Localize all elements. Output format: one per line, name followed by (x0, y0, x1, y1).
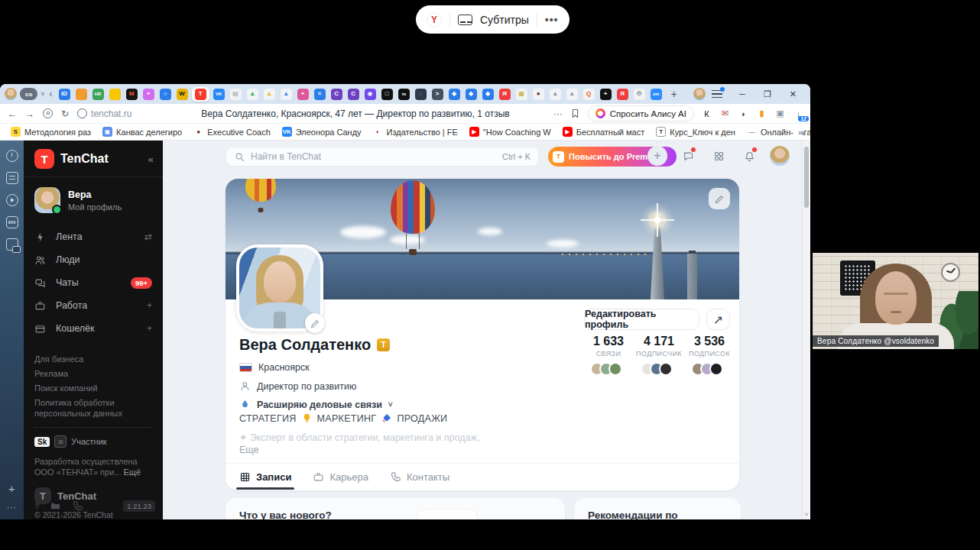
browser-tab-vk[interactable]: VK (212, 88, 226, 101)
panel-more-icon[interactable]: ··· (7, 504, 17, 512)
browser-tab-tenchat[interactable]: T (192, 87, 209, 102)
stat-column[interactable]: 1 633связи (583, 335, 634, 376)
close-button[interactable]: ✕ (790, 89, 797, 99)
browser-tab-diamond[interactable]: ◆ (481, 88, 495, 101)
browser-tab-tk[interactable]: тк (397, 88, 411, 101)
screenshot-icon[interactable] (6, 238, 18, 251)
browser-tab-yandex2[interactable]: Я (615, 88, 630, 101)
bookmark-icon[interactable] (570, 108, 581, 119)
sidebar-item-wallet[interactable]: Кошелёк+ (24, 317, 163, 340)
minimize-button[interactable]: ─ (739, 89, 745, 99)
battery-extension-icon[interactable]: ▮ (756, 108, 767, 118)
browser-tab-m[interactable]: M (125, 88, 139, 101)
sidebar-item-action-icon[interactable]: + (147, 323, 152, 334)
bookmark-item[interactable]: ТКурс_Ключ к ден (656, 127, 735, 137)
scrollbar-thumb[interactable] (804, 147, 809, 208)
sidebar-item-action-icon[interactable]: + (147, 300, 152, 311)
browser-tab-diamond[interactable]: ◆ (464, 88, 479, 101)
k-extension-icon[interactable]: К (701, 109, 712, 118)
browser-tab-settings[interactable]: ⚙ (632, 88, 647, 101)
feed-icon[interactable] (6, 172, 18, 184)
browser-tab-dashed[interactable]: ◌ (414, 88, 428, 101)
sidebar-footer-link[interactable]: Политика обработки персональных данных (34, 397, 152, 419)
browser-tab-search[interactable]: Q (582, 88, 596, 101)
bookmarks-overflow-icon[interactable]: » (793, 128, 803, 137)
tenchat-brand[interactable]: TenChat (60, 152, 109, 166)
url-chip[interactable]: tenchat.ru (77, 108, 131, 119)
sidebar-item-people[interactable]: Люди (24, 248, 163, 271)
new-tab-button[interactable]: + (671, 88, 677, 100)
browser-tab-ship[interactable]: ▲ (548, 88, 563, 101)
browser-tab-plusdark[interactable]: + (599, 88, 613, 101)
phone-icon[interactable] (72, 500, 83, 512)
tenchat-logo-icon[interactable]: T (34, 149, 54, 169)
bio-more-link[interactable]: Еще (239, 445, 258, 455)
yandex-home-icon[interactable]: Я (43, 108, 53, 118)
browser-tab-w[interactable]: W (175, 88, 190, 101)
sidebar-item-work[interactable]: Работа+ (24, 294, 163, 317)
browser-tab-plus2[interactable]: + (296, 88, 310, 101)
halfmoon-extension-icon[interactable]: ◗ (738, 109, 749, 118)
reload-icon[interactable]: ↻ (61, 108, 69, 119)
bookmark-item[interactable]: ▶"How Coaching W (469, 127, 551, 137)
url-text[interactable]: tenchat.ru (91, 108, 131, 119)
tab-career[interactable]: Карьера (313, 471, 368, 483)
browser-tab-doc[interactable]: ▤ (229, 88, 243, 101)
more-icon[interactable]: ··· (553, 108, 563, 119)
more-options-icon[interactable]: ••• (545, 14, 559, 26)
browser-tab-blacksq[interactable]: □ (380, 88, 394, 101)
tab-group-pill[interactable]: co (20, 88, 37, 100)
maximize-button[interactable]: ❐ (764, 89, 771, 99)
stat-column[interactable]: 4 171подписчик (634, 335, 684, 376)
browser-tab-wave[interactable]: ≈ (313, 88, 327, 101)
edit-profile-button[interactable]: Редактировать профиль (584, 309, 699, 330)
ask-alice-button[interactable]: Спросить Алису AI (588, 105, 694, 121)
edit-cover-button[interactable] (709, 188, 730, 209)
browser-tab-circle[interactable]: ○ (158, 88, 173, 101)
browser-tab-yandex[interactable]: Я (498, 88, 512, 101)
dev-note-more-link[interactable]: Ещё (124, 467, 141, 477)
browser-tab-orange[interactable] (74, 88, 89, 101)
help-icon[interactable]: ? (34, 502, 39, 511)
scrollbar-down-icon[interactable]: ˅ (803, 511, 810, 518)
music-999-icon[interactable]: 999 (6, 216, 18, 228)
tab-posts[interactable]: Записи (239, 471, 291, 483)
bookmark-item[interactable]: ◐Издательство | FE (373, 127, 458, 137)
stat-column[interactable]: 3 536подписок (684, 335, 735, 376)
browser-tab-duck[interactable] (108, 88, 122, 101)
create-button[interactable]: + (647, 146, 667, 166)
browser-tab-drive[interactable]: ▲ (279, 88, 294, 101)
browser-profile-avatar[interactable] (5, 88, 17, 100)
new-post-button[interactable] (417, 509, 478, 519)
browser-tab-group-arrow[interactable]: > (430, 88, 445, 101)
edit-avatar-button[interactable] (305, 313, 325, 333)
mail-extension-icon[interactable]: ✉ (719, 108, 731, 118)
clipboard-extension-icon[interactable]: ▣ (774, 108, 786, 118)
video-icon[interactable] (6, 194, 18, 206)
notifications-icon[interactable] (739, 146, 759, 166)
sidebar-item-action-icon[interactable]: ⇄ (144, 231, 152, 242)
profile-avatar[interactable] (236, 244, 323, 332)
browser-tab-darkdot[interactable]: ● (531, 88, 546, 101)
browser-tab-clock[interactable]: ◉ (363, 88, 378, 101)
apps-grid-icon[interactable] (709, 146, 729, 166)
sidebar-item-feed[interactable]: Лента⇄ (24, 225, 163, 248)
folder-icon[interactable] (50, 500, 61, 512)
browser-tab-drive[interactable]: ▲ (245, 88, 260, 101)
browser-tab-id[interactable]: ID (57, 88, 72, 101)
history-icon[interactable] (6, 150, 18, 162)
bookmark-item[interactable]: SМетодология раз (11, 127, 91, 137)
bookmark-item[interactable]: ▣Канвас делегиро (102, 127, 182, 137)
sidebar-footer-link[interactable]: Реклама (34, 368, 152, 379)
browser-user-avatar[interactable] (693, 88, 706, 100)
collapse-sidebar-icon[interactable]: « (148, 154, 154, 165)
user-avatar[interactable] (34, 187, 60, 213)
browser-tab-lamp[interactable]: ▦ (514, 88, 529, 101)
bookmark-item[interactable]: VKЭлеонора Санду (282, 127, 362, 137)
user-profile-link[interactable]: Мой профиль (68, 202, 122, 212)
sidebar-item-chats[interactable]: Чаты99+ (24, 271, 163, 294)
browser-tab-c1[interactable]: C (329, 88, 344, 101)
verified-tenchat-badge-icon[interactable]: T (377, 338, 390, 351)
downloads-icon[interactable]: ↓12 (793, 109, 804, 118)
back-icon[interactable]: ← (8, 108, 17, 119)
